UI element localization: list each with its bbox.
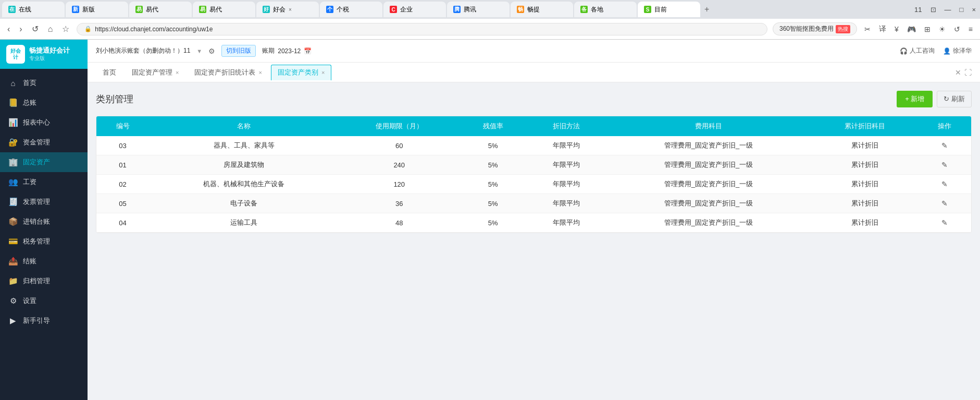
sidebar-item-archive[interactable]: 📁 归档管理: [0, 271, 88, 291]
ctab-close-fixed-assets-mgmt[interactable]: ×: [176, 69, 179, 76]
tab-label-8: 腾讯: [464, 5, 476, 14]
consultant-label: 人工咨询: [910, 46, 935, 55]
edit-icon-2[interactable]: ✎: [941, 180, 948, 188]
customer-service-link[interactable]: 🎧 人工咨询: [900, 46, 935, 55]
sidebar-item-ledger[interactable]: 📒 总账: [0, 93, 88, 113]
edit-icon-4[interactable]: ✎: [941, 219, 948, 227]
scissors-icon[interactable]: ✂: [862, 25, 873, 33]
sidebar-label-purchase-sale: 进销台账: [23, 217, 50, 226]
menu-icon[interactable]: ≡: [966, 25, 975, 33]
sidebar-item-guide[interactable]: ▶ 新手引导: [0, 311, 88, 331]
close-window-button[interactable]: ✕: [955, 68, 961, 77]
sidebar-item-fixed-assets[interactable]: 🏢 固定资产: [0, 152, 88, 172]
browser-tab-8[interactable]: 腾 腾讯: [447, 2, 510, 17]
edit-icon-3[interactable]: ✎: [941, 199, 948, 208]
forward-button[interactable]: ›: [17, 23, 24, 35]
sidebar-item-reports[interactable]: 📊 报表中心: [0, 113, 88, 132]
browser-tab-5[interactable]: 好 好会 ×: [256, 2, 319, 17]
cell-method-1: 年限平均: [526, 155, 606, 175]
cell-op-4[interactable]: ✎: [919, 213, 971, 233]
browser-tab-3[interactable]: 易 易代: [129, 2, 192, 17]
tab-label-5: 好会: [273, 5, 286, 14]
browser-tab-4[interactable]: 易 易代: [193, 2, 255, 17]
expand-window-button[interactable]: ⛶: [964, 68, 972, 77]
sidebar-item-invoice[interactable]: 🧾 发票管理: [0, 192, 88, 212]
address-input-bar[interactable]: 🔒 https://cloud.chanjet.com/accounting/u…: [77, 23, 767, 35]
switch-to-old-version-button[interactable]: 切到旧版: [221, 45, 256, 57]
new-tab-button[interactable]: +: [701, 5, 712, 14]
content-tab-home[interactable]: 首页: [96, 65, 123, 80]
bookmark-button[interactable]: ☆: [60, 23, 71, 35]
cell-op-0[interactable]: ✎: [919, 136, 971, 155]
cell-op-3[interactable]: ✎: [919, 194, 971, 213]
cell-name-1: 房屋及建筑物: [149, 155, 339, 175]
tab-icon-2: 新: [72, 6, 79, 13]
tab-close-5[interactable]: ×: [289, 7, 292, 13]
tab-count[interactable]: 11: [912, 6, 924, 14]
translate-icon[interactable]: 译: [877, 25, 888, 34]
col-header-method: 折旧方法: [526, 116, 606, 136]
browser-tab-11[interactable]: S 目前: [638, 2, 700, 17]
refresh-button[interactable]: ↻ 刷新: [937, 91, 972, 107]
reload-button[interactable]: ↺: [30, 23, 41, 35]
content-tab-depreciation-stats[interactable]: 固定资产折旧统计表 ×: [188, 65, 268, 80]
sidebar-item-checkout[interactable]: 📤 结账: [0, 251, 88, 271]
checkout-icon: 📤: [8, 257, 18, 266]
undo-icon[interactable]: ↺: [952, 25, 962, 33]
sidebar-item-tax[interactable]: 💳 税务管理: [0, 232, 88, 251]
logo-text: 好会计: [10, 48, 21, 60]
window-close-icon[interactable]: ×: [970, 6, 978, 14]
sidebar-label-archive: 归档管理: [23, 276, 50, 286]
search-bar[interactable]: 360智能抠图免费用 热搜: [773, 22, 857, 35]
grid-icon[interactable]: ⊞: [922, 25, 933, 33]
browser-tab-10[interactable]: 各 各地: [574, 2, 637, 17]
browser-tab-9[interactable]: 畅 畅提: [511, 2, 573, 17]
wallet-icon[interactable]: ¥: [892, 25, 901, 33]
game-icon[interactable]: 🎮: [905, 25, 918, 33]
tab-label-11: 目前: [654, 5, 667, 14]
col-header-period: 使用期限（月）: [339, 116, 460, 136]
sun-icon[interactable]: ☀: [937, 25, 948, 33]
tab-icon-4: 易: [199, 6, 206, 13]
add-button[interactable]: + 新增: [897, 91, 933, 107]
content-tab-asset-category[interactable]: 固定资产类别 ×: [271, 65, 331, 80]
app-logo: 好会计: [6, 45, 25, 64]
cell-op-1[interactable]: ✎: [919, 155, 971, 175]
sidebar-label-ledger: 总账: [23, 98, 36, 107]
sidebar-item-payroll[interactable]: 👥 工资: [0, 172, 88, 192]
browser-tab-2[interactable]: 新 新版: [66, 2, 128, 17]
sidebar-label-payroll: 工资: [23, 177, 36, 187]
cell-expense-2: 管理费用_固定资产折旧_一级: [606, 175, 811, 194]
edit-icon-0[interactable]: ✎: [941, 141, 948, 150]
user-avatar[interactable]: 👤 徐泽华: [943, 46, 972, 55]
ctab-close-depreciation-stats[interactable]: ×: [258, 69, 262, 76]
browser-tab-6[interactable]: 个 个税: [320, 2, 382, 17]
sidebar-item-funds[interactable]: 🔐 资金管理: [0, 132, 88, 152]
restore-icon[interactable]: ⊡: [928, 6, 938, 14]
back-button[interactable]: ‹: [5, 23, 12, 35]
ctab-close-asset-category[interactable]: ×: [321, 69, 325, 76]
tab-label-7: 企业: [400, 5, 413, 14]
browser-tab-1[interactable]: 在 在线: [2, 2, 65, 17]
home-button[interactable]: ⌂: [46, 23, 55, 35]
content-tab-fixed-assets-mgmt[interactable]: 固定资产管理 ×: [125, 65, 185, 80]
maximize-icon[interactable]: □: [958, 6, 966, 14]
sidebar-label-invoice: 发票管理: [23, 197, 50, 207]
cell-name-3: 电子设备: [149, 194, 339, 213]
settings-gear-icon[interactable]: ⚙: [208, 47, 215, 55]
cell-op-2[interactable]: ✎: [919, 175, 971, 194]
sidebar-item-purchase-sale[interactable]: 📦 进销台账: [0, 212, 88, 232]
browser-tab-7[interactable]: C 企业: [383, 2, 446, 17]
col-header-name: 名称: [149, 116, 339, 136]
cell-name-0: 器具、工具、家具等: [149, 136, 339, 155]
sidebar-item-home[interactable]: ⌂ 首页: [0, 73, 88, 93]
minimize-icon[interactable]: —: [942, 6, 953, 14]
calendar-icon[interactable]: 📅: [304, 47, 312, 55]
tab-label-3: 易代: [146, 5, 158, 14]
address-bar: ‹ › ↺ ⌂ ☆ 🔒 https://cloud.chanjet.com/ac…: [0, 19, 980, 40]
cell-code-0: 03: [96, 136, 149, 155]
dropdown-arrow-account[interactable]: ▼: [196, 48, 202, 54]
sidebar-item-settings[interactable]: ⚙ 设置: [0, 291, 88, 311]
payroll-icon: 👥: [8, 177, 18, 187]
edit-icon-1[interactable]: ✎: [941, 161, 948, 169]
